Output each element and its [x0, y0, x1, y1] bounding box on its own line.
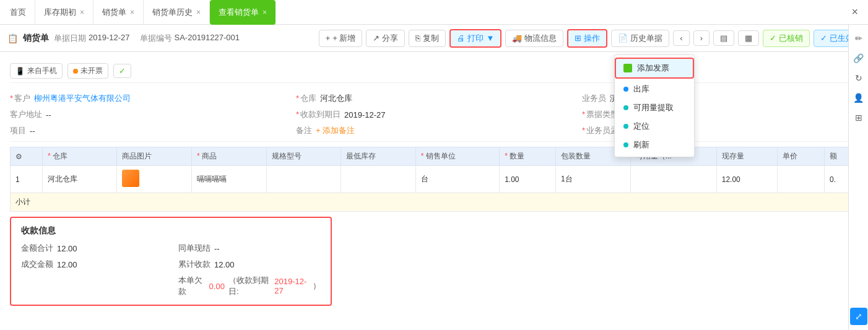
settings-icon: ⚙	[15, 152, 22, 161]
col-settings[interactable]: ⚙	[11, 147, 43, 166]
doc-type-icon: 📋	[7, 33, 18, 43]
address-label: 客户地址	[10, 109, 42, 120]
copy-icon: ⎘	[415, 33, 420, 43]
row-warehouse: 河北仓库	[42, 166, 117, 193]
print-dropdown-icon: ▼	[486, 33, 494, 43]
warehouse-label: 仓库	[296, 93, 316, 104]
col-warehouse: * 仓库	[42, 147, 117, 166]
dropdown-add-invoice[interactable]: 添加发票	[623, 63, 685, 74]
toolbar-actions: + + 新增 ↗ 分享 ⎘ 复制 🖨 打印 ▼	[319, 29, 861, 48]
salesperson-label: 业务员	[582, 93, 606, 104]
new-button[interactable]: + + 新增	[319, 30, 363, 47]
doc-date-value: 2019-12-27	[89, 33, 130, 44]
payment-deal-value: 12.00	[57, 260, 77, 269]
salesperson2-label: 业务员孟	[582, 125, 618, 136]
col-product: * 商品	[192, 147, 267, 166]
payment-cumulative-label: 累计收款	[178, 259, 210, 270]
address-value: --	[46, 110, 51, 119]
sidebar-edit-icon[interactable]: ✏	[850, 30, 867, 47]
payment-cumulative-row: 累计收款 12.00	[178, 259, 321, 270]
payment-total-row: 金额合计 12.00	[21, 243, 163, 254]
outbound-label: 出库	[633, 84, 649, 95]
layout1-button[interactable]: ▤	[713, 30, 734, 46]
customer-value[interactable]: 柳州粤港平安气体有限公司	[34, 93, 131, 104]
doc-number-label: 单据编号	[140, 33, 172, 44]
sidebar-expand-icon[interactable]: ⤢	[850, 308, 867, 325]
note-add-value[interactable]: + 添加备注	[316, 125, 355, 136]
from-phone-btn[interactable]: 📱 来自手机	[10, 63, 63, 79]
payment-date-label: 收款到期日	[296, 109, 341, 120]
project-row: 项目 --	[10, 125, 286, 136]
sidebar-link-icon[interactable]: 🔗	[850, 50, 867, 67]
tab-sales-history[interactable]: 销货单历史 ×	[144, 0, 210, 25]
locate-label: 定位	[633, 121, 649, 132]
dropdown-outbound[interactable]: 出库	[615, 80, 694, 98]
window-close-button[interactable]: ×	[846, 6, 863, 19]
tab-bar: 首页 库存期初 × 销货单 × 销货单历史 × 查看销货单 × ×	[0, 0, 868, 25]
prev-button[interactable]: ‹	[673, 30, 689, 46]
dropdown-header: 添加发票	[615, 58, 694, 79]
payment-total-value: 12.00	[57, 244, 77, 253]
operate-button[interactable]: ⊞ 操作	[567, 29, 607, 48]
payment-date-value: 2019-12-27	[344, 110, 386, 119]
logistics-button[interactable]: 🚚 物流信息	[505, 30, 563, 47]
copy-button[interactable]: ⎘ 复制	[409, 30, 446, 47]
payment-settle-label: 同单现结	[178, 243, 210, 254]
table-row: 1 河北仓库 嗝嗝嗝嗝 台 1.00 1台	[11, 166, 858, 193]
tab-sales-order[interactable]: 销货单 ×	[93, 0, 144, 25]
tab-home[interactable]: 首页	[5, 0, 35, 25]
row-unit-price	[778, 166, 825, 193]
layout2-button[interactable]: ▦	[738, 30, 759, 46]
tab-close-history[interactable]: ×	[196, 8, 201, 17]
payment-deal-label: 成交金额	[21, 259, 53, 270]
sidebar-refresh-icon[interactable]: ↻	[850, 69, 867, 87]
row-sales-unit: 台	[415, 166, 499, 193]
dropdown-locate[interactable]: 定位	[615, 117, 694, 136]
tab-close-sales[interactable]: ×	[130, 8, 134, 17]
check-icon: ✓	[770, 33, 776, 43]
tab-inventory-init[interactable]: 库存期初 ×	[35, 0, 93, 25]
payment-settle-value: --	[214, 244, 220, 253]
sidebar-table-icon[interactable]: ⊞	[850, 109, 867, 126]
subtotal-row: 小计	[11, 193, 858, 212]
check-btn[interactable]: ✓	[113, 64, 131, 78]
doc-type-label: 销货单	[23, 33, 49, 44]
col-spec: 规格型号	[266, 147, 341, 166]
payment-info-title: 收款信息	[21, 225, 321, 237]
tab-close-view[interactable]: ×	[263, 8, 267, 17]
add-invoice-icon	[623, 64, 632, 72]
phone-icon: 📱	[15, 67, 25, 76]
effective-check-icon: ✓	[820, 33, 827, 43]
data-table: ⚙ * 仓库 商品图片 * 商品 规格型号 最低库存 * 销售单位 * 数量 包…	[10, 147, 858, 212]
share-button[interactable]: ↗ 分享	[366, 30, 405, 47]
print-button[interactable]: 🖨 打印 ▼	[449, 29, 501, 48]
customer-row: 客户 柳州粤港平安气体有限公司	[10, 93, 286, 104]
dropdown-available-qty[interactable]: 可用量提取	[615, 98, 694, 117]
row-pack-qty: 1台	[556, 166, 631, 193]
check-mark-icon: ✓	[119, 66, 126, 76]
invoice-type-label: 票据类型	[582, 109, 618, 120]
note-label: 备注	[296, 125, 312, 136]
tab-view-sales[interactable]: 查看销货单 ×	[210, 0, 276, 25]
tab-close-inventory[interactable]: ×	[80, 8, 84, 17]
not-opened-btn[interactable]: 未开票	[67, 63, 108, 79]
history-icon: 📄	[618, 33, 628, 43]
refresh-label: 刷新	[633, 139, 649, 150]
col-min-stock: 最低库存	[341, 147, 416, 166]
row-quantity: 1.00	[500, 166, 556, 193]
next-button[interactable]: ›	[693, 30, 710, 46]
doc-date-item: 单据日期 2019-12-27	[54, 33, 130, 44]
sidebar-user-icon[interactable]: 👤	[850, 89, 867, 106]
available-qty-dot-icon	[623, 105, 628, 110]
doc-date-label: 单据日期	[54, 33, 86, 44]
warehouse-value: 河北仓库	[320, 93, 352, 104]
note-row: 备注 + 添加备注	[296, 125, 572, 136]
row-product: 嗝嗝嗝嗝	[192, 166, 267, 193]
available-qty-label: 可用量提取	[633, 102, 674, 113]
payment-owed-label: 本单欠款	[178, 275, 206, 297]
sold-status-btn[interactable]: ✓ 已核销	[763, 30, 810, 47]
history-button[interactable]: 📄 历史单据	[611, 30, 669, 47]
row-available	[630, 166, 716, 193]
col-unit-price: 单价	[778, 147, 825, 166]
dropdown-refresh[interactable]: 刷新	[615, 136, 694, 154]
